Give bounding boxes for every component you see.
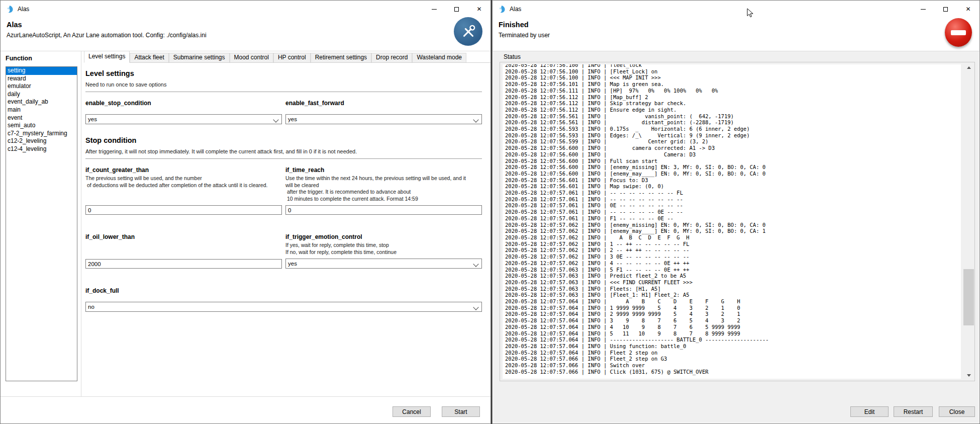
if-trigger-emotion-control-select[interactable]: yes [285,259,482,269]
log-line: 2020-05-28 12:07:56.100 | INFO | fleet_l… [505,64,961,68]
settings-tab[interactable]: Submarine settings [169,53,230,62]
stop-icon [945,18,972,47]
function-list-item[interactable]: main [6,106,77,114]
scrollbar-up-button[interactable] [963,63,974,72]
field-if-oil-lower-than: if_oil_lower_than [85,226,282,269]
if-dock-full-select[interactable]: no [85,302,482,312]
maximize-icon [454,7,459,12]
function-list-item[interactable]: event_daily_ab [6,98,77,106]
field-row-count-time: if_count_greater_than The previous setti… [85,159,482,215]
log-line: 2020-05-28 12:07:57.062 | INFO | 3 0E --… [505,253,961,260]
window-title: Alas [18,6,29,13]
footer-divider [1,396,491,397]
section-desc-level-settings: Need to run once to save options [85,81,482,88]
field-if-dock-full: if_dock_full no [85,280,482,312]
enable-fast-forward-select[interactable]: yes [285,114,482,124]
function-list-item[interactable]: c7-2_mystery_farming [6,130,77,138]
log-line: 2020-05-28 12:07:57.062 | INFO | 2 -- ++… [505,247,961,253]
field-row-enable: enable_stop_condition yes enable_fast_fo… [85,92,482,124]
close-button[interactable]: ✕ [957,1,979,18]
selected-value: no [88,304,94,310]
log-line: 2020-05-28 12:07:56.600 | INFO | [enemy_… [505,164,961,171]
selected-value: yes [288,261,297,267]
log-line: 2020-05-28 12:07:56.112 | INFO | Skip st… [505,100,961,107]
scrollbar-down-button[interactable] [963,371,974,380]
function-list-item[interactable]: daily [6,91,77,99]
status-subtitle: Terminated by user [499,32,550,39]
close-log-button[interactable]: Close [939,406,975,417]
field-label: enable_fast_forward [285,100,482,107]
maximize-button[interactable] [445,1,468,18]
log-line: 2020-05-28 12:07:56.601 | INFO | Map swi… [505,183,961,190]
scrollbar-thumb[interactable] [963,269,974,325]
settings-tab[interactable]: Level settings [84,51,130,63]
section-heading-level-settings: Level settings [85,69,482,77]
log-line: 2020-05-28 12:07:57.061 | INFO | F1 -- -… [505,215,961,222]
status-title: Finished [499,21,529,29]
function-list-item[interactable]: emulator [6,82,77,91]
log-line: 2020-05-28 12:07:56.593 | INFO | Edges: … [505,132,961,139]
field-help: The previous setting will be used, and t… [85,175,282,189]
log-line: 2020-05-28 12:07:57.064 | INFO | 3 9 8 7… [505,317,961,324]
log-line: 2020-05-28 12:07:56.561 | INFO | vanish_… [505,113,961,120]
function-list-item[interactable]: reward [6,75,77,83]
log-line: 2020-05-28 12:07:56.101 | INFO | Map is … [505,81,961,88]
close-button[interactable]: ✕ [468,1,491,18]
edit-button[interactable]: Edit [850,406,889,417]
if-oil-lower-than-input[interactable] [85,259,282,269]
log-line: 2020-05-28 12:07:57.063 | INFO | <<< FIN… [505,279,961,286]
settings-wrench-button[interactable] [454,17,482,46]
settings-tab[interactable]: Wasteland mode [412,53,466,62]
log-line: 2020-05-28 12:07:57.062 | INFO | A B C D… [505,234,961,241]
settings-tab[interactable]: Drop record [371,53,412,62]
chevron-down-icon [473,304,478,310]
section-heading-stop-condition: Stop condition [85,136,482,144]
header-divider [493,51,979,51]
minimize-button[interactable] [423,1,445,18]
page-subtitle: AzurLaneAutoScript, An Azur Lane automat… [7,32,207,39]
function-list-item[interactable]: c12-4_leveling [6,145,77,153]
settings-tab[interactable]: HP control [273,53,311,62]
alas-log-window: Alas ✕ Finished Terminated by user Statu… [492,0,980,424]
field-row-oil-emotion: if_oil_lower_than if_trigger_emotion_con… [85,226,482,269]
mouse-cursor [747,8,754,18]
minimize-button[interactable] [912,1,934,18]
log-line: 2020-05-28 12:07:57.061 | INFO | -- -- -… [505,209,961,215]
log-line: 2020-05-28 12:07:56.600 | INFO | camera … [505,145,961,151]
selected-value: yes [288,116,297,122]
function-listbox[interactable]: settingrewardemulatordailyevent_daily_ab… [6,66,77,381]
sidebar-divider [81,51,81,396]
log-line: 2020-05-28 12:07:56.112 | INFO | [Map_bu… [505,94,961,101]
log-line: 2020-05-28 12:07:57.061 | INFO | 0E -- -… [505,202,961,209]
field-label: if_oil_lower_than [85,233,282,240]
cancel-button[interactable]: Cancel [393,406,431,417]
function-list-item[interactable]: semi_auto [6,122,77,130]
titlebar: Alas ✕ [493,1,979,18]
app-icon [498,5,506,14]
log-line: 2020-05-28 12:07:56.600 | INFO | Camera:… [505,151,961,158]
log-scrollbar[interactable] [963,63,974,380]
log-view[interactable]: 2020-05-28 12:07:56.100 | INFO | fleet_l… [503,64,961,379]
maximize-button[interactable] [934,1,957,18]
function-list-item[interactable]: event [6,114,77,122]
function-list-item[interactable]: setting [6,67,77,75]
field-label: if_dock_full [85,287,482,294]
minimize-icon [432,9,437,10]
scroll-up-icon [967,66,971,69]
settings-tabbar: Level settingsAttack fleetSubmarine sett… [84,52,491,63]
settings-tab[interactable]: Attack fleet [130,53,168,62]
start-button[interactable]: Start [442,406,480,417]
function-list-item[interactable]: c12-2_leveling [6,137,77,145]
log-line: 2020-05-28 12:07:57.062 | INFO | 1 -- ++… [505,241,961,247]
field-enable-stop-condition: enable_stop_condition yes [85,92,282,124]
log-line: 2020-05-28 12:07:57.064 | INFO | 1 9999 … [505,305,961,311]
restart-button[interactable]: Restart [894,406,933,417]
settings-tab[interactable]: Retirement settings [311,53,371,62]
field-label: if_trigger_emotion_control [285,233,482,240]
enable-stop-condition-select[interactable]: yes [85,114,282,124]
level-settings-form: Level settings Need to run once to save … [85,62,482,312]
if-time-reach-input[interactable] [285,205,482,215]
log-line: 2020-05-28 12:07:56.600 | INFO | [enemy_… [505,171,961,177]
if-count-greater-than-input[interactable] [85,205,282,215]
settings-tab[interactable]: Mood control [230,53,273,62]
